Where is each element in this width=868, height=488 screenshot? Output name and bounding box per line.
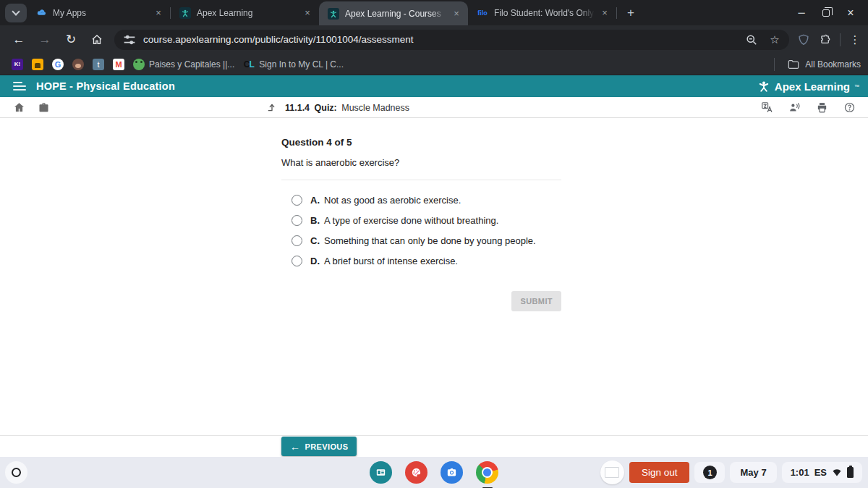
capture-preview-icon (605, 467, 619, 478)
bookmark-star-icon[interactable]: ☆ (767, 33, 782, 47)
site-settings-icon[interactable] (122, 32, 137, 48)
option-letter: A. (310, 195, 320, 206)
option-letter: D. (310, 256, 320, 266)
restore-icon[interactable] (819, 6, 833, 20)
shield-icon[interactable] (796, 33, 811, 47)
window-controls: ─ × (794, 6, 868, 20)
answer-option-d[interactable]: D. A brief burst of intense exercise. (281, 256, 561, 266)
tab-apex-learning-courses-active[interactable]: Apex Learning - Courses × (319, 1, 468, 25)
option-text: Not as good as aerobic exercise. (324, 195, 461, 206)
clock: 1:01 (791, 467, 809, 478)
all-bookmarks-button[interactable]: All Bookmarks (774, 58, 861, 71)
apex-learning-logo: Apex Learning™ (757, 80, 859, 93)
address-bar[interactable]: course.apexlearning.com/public/activity/… (114, 30, 789, 50)
option-text: Something that can only be done by young… (324, 235, 536, 246)
radio-button[interactable] (292, 195, 302, 206)
bookmark-gmail[interactable]: M (109, 56, 129, 73)
battery-icon (847, 467, 854, 478)
chevron-down-icon (12, 7, 20, 15)
tab-apex-learning[interactable]: Apex Learning × (171, 0, 319, 25)
bookmark-label: Paises y Capitales ||... (149, 59, 234, 70)
answer-option-a[interactable]: A. Not as good as aerobic exercise. (281, 195, 561, 206)
tab-my-apps[interactable]: My Apps × (27, 0, 170, 25)
quiz-kind: Quiz: (315, 103, 337, 113)
tab-title: My Apps (53, 8, 148, 18)
tab-close-icon[interactable]: × (153, 7, 164, 19)
reload-icon[interactable]: ↻ (60, 29, 82, 51)
bookmark-typing[interactable]: t (88, 56, 109, 73)
tab-close-icon[interactable]: × (451, 8, 462, 20)
radio-button[interactable] (292, 256, 302, 266)
help-icon[interactable] (841, 98, 858, 116)
trademark: ™ (854, 84, 859, 89)
gmail-icon: M (113, 59, 124, 70)
canvas-app-icon[interactable] (405, 461, 427, 484)
option-text: A type of exercise done without breathin… (324, 215, 498, 226)
close-window-icon[interactable]: × (843, 6, 858, 20)
option-letter: B. (310, 215, 320, 226)
return-up-icon[interactable] (266, 101, 278, 113)
translate-icon[interactable] (758, 98, 775, 116)
notification-count-badge: 1 (703, 466, 717, 479)
print-icon[interactable] (813, 98, 830, 116)
notification-tray[interactable]: 1 (694, 462, 725, 483)
bookmark-google[interactable]: G (48, 56, 68, 73)
radio-button[interactable] (292, 235, 302, 246)
bookmark-classroom[interactable] (27, 56, 48, 73)
tab-close-icon[interactable]: × (302, 7, 313, 19)
shelf-status-area: Sign out 1 May 7 1:01 ES (600, 460, 862, 484)
folder-icon (788, 59, 799, 70)
question-text: What is anaerobic exercise? (281, 157, 561, 168)
radio-button[interactable] (292, 215, 302, 226)
bookmark-kahoot[interactable]: K! (7, 56, 27, 73)
forward-icon[interactable]: → (34, 29, 56, 51)
home-icon[interactable] (86, 29, 108, 51)
chromeos-screen: My Apps × Apex Learning × Apex Learning … (0, 0, 868, 488)
new-tab-button[interactable]: + (621, 4, 640, 22)
sign-out-button[interactable]: Sign out (629, 462, 690, 483)
briefcase-icon[interactable] (35, 98, 52, 116)
apex-app-icon[interactable] (370, 461, 392, 484)
browser-menu-icon[interactable]: ⋮ (848, 33, 862, 47)
all-bookmarks-label: All Bookmarks (805, 59, 861, 70)
quiz-toolbar: 11.1.4 Quiz: Muscle Madness (0, 97, 868, 118)
monkey-icon (72, 59, 84, 70)
bookmark-paises-y-capitales[interactable]: Paises y Capitales ||... (129, 56, 239, 73)
answer-option-b[interactable]: B. A type of exercise done without breat… (281, 215, 561, 226)
tab-title: Filo Student: World's Only Live (494, 8, 595, 18)
chromeos-shelf: Sign out 1 May 7 1:01 ES (0, 457, 868, 488)
bookmark-my-cl[interactable]: CL Sign In to My CL | C... (239, 56, 348, 73)
menu-icon[interactable] (13, 82, 26, 91)
url-text[interactable]: course.apexlearning.com/public/activity/… (143, 34, 744, 45)
date-pill[interactable]: May 7 (730, 462, 776, 483)
extensions-puzzle-icon[interactable] (818, 33, 833, 47)
quiz-name: Muscle Madness (341, 103, 409, 113)
zoom-out-icon[interactable] (744, 33, 759, 47)
tab-close-icon[interactable]: × (599, 7, 610, 19)
submit-button[interactable]: SUBMIT (511, 291, 561, 311)
kahoot-icon: K! (12, 59, 23, 70)
quiz-footer: ← PREVIOUS (0, 435, 868, 457)
toolbar-separator (840, 33, 841, 46)
answer-options: A. Not as good as aerobic exercise. B. A… (281, 195, 561, 266)
back-icon[interactable]: ← (8, 29, 30, 51)
screen-capture-thumbnail[interactable] (600, 460, 624, 484)
course-home-icon[interactable] (10, 98, 27, 116)
tab-search-button[interactable] (5, 4, 27, 22)
google-icon: G (52, 59, 64, 70)
read-aloud-icon[interactable] (786, 98, 803, 116)
chrome-app-icon[interactable] (476, 461, 498, 484)
minimize-icon[interactable]: ─ (794, 6, 809, 20)
question-column: Question 4 of 5 What is anaerobic exerci… (281, 137, 561, 311)
toolbar-right: ⋮ (796, 33, 862, 47)
cl-logo-icon: CL (243, 59, 255, 70)
camera-app-icon[interactable] (441, 461, 463, 484)
left-arrow-icon: ← (290, 441, 300, 453)
bookmark-character[interactable] (68, 56, 88, 73)
bookmark-label: Sign In to My CL | C... (259, 59, 344, 70)
answer-option-c[interactable]: C. Something that can only be done by yo… (281, 235, 561, 246)
tab-filo-student[interactable]: filo Filo Student: World's Only Live × (468, 0, 616, 25)
status-tray[interactable]: 1:01 ES (782, 462, 862, 483)
previous-button[interactable]: ← PREVIOUS (281, 437, 357, 456)
launcher-button[interactable] (5, 461, 27, 484)
